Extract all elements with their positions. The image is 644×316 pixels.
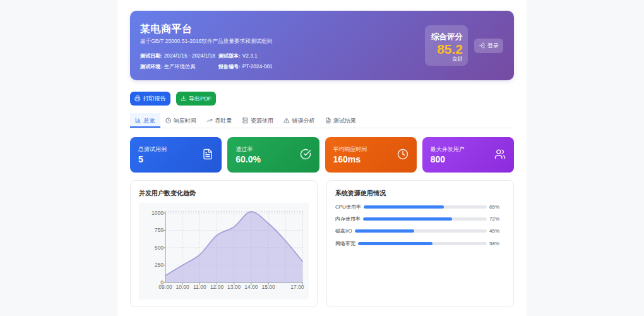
score-value: 85.2 (430, 42, 463, 56)
meta-test-version: 测试版本:V2.3.1 (218, 53, 273, 59)
download-icon (181, 95, 187, 102)
action-buttons: 打印报告 导出PDF (130, 92, 514, 106)
tab-resource-usage-label: 资源使用 (251, 117, 273, 125)
page-title: 某电商平台 (140, 23, 273, 35)
resource-row-network: 网络带宽 58% (335, 238, 505, 250)
stat-card-avg-response: 平均响应时间 160ms (325, 137, 417, 173)
meta-test-date: 测试日期:2024/1/15 - 2024/1/18 (140, 53, 218, 59)
svg-text:10:00: 10:00 (176, 284, 190, 290)
svg-text:17:00: 17:00 (290, 284, 304, 290)
meta-value: 2024/1/15 - 2024/1/18 (164, 52, 215, 59)
users-icon (494, 149, 506, 160)
meta-value: PT-2024-001 (242, 63, 273, 70)
print-report-button[interactable]: 打印报告 (130, 92, 170, 106)
bar-chart-icon (135, 118, 141, 124)
printer-icon (134, 95, 141, 102)
check-circle-icon (300, 149, 311, 160)
login-button-label: 登录 (487, 42, 499, 50)
meta-label: 测试版本: (218, 53, 241, 59)
report-tabs: 总览 响应时间 吞吐量 资源使用 错误分析 (130, 113, 514, 128)
progress-fill (355, 229, 414, 233)
resource-percent: 65% (489, 204, 505, 210)
clock-icon (397, 149, 408, 160)
meta-value: V2.3.1 (242, 52, 258, 59)
overall-score-box: 综合评分 85.2 良好 (425, 25, 468, 66)
resource-percent: 58% (489, 241, 505, 246)
progress-track (364, 205, 487, 209)
stat-card-pass-rate: 通过率 60.0% (227, 137, 319, 173)
server-icon (242, 118, 249, 124)
log-in-icon (479, 42, 485, 49)
meta-value: 生产环境仿真 (164, 63, 196, 70)
svg-text:13:00: 13:00 (227, 284, 241, 290)
svg-text:11:00: 11:00 (193, 284, 206, 290)
report-header-card: 某电商平台 基于GB/T 25000.51-2016软件产品质量要求和测试细则 … (130, 11, 514, 80)
resource-percent: 45% (489, 228, 505, 234)
export-pdf-button[interactable]: 导出PDF (176, 92, 217, 106)
login-button[interactable]: 登录 (474, 39, 503, 53)
tab-resource-usage[interactable]: 资源使用 (237, 113, 279, 128)
resource-label: 内存使用率 (335, 216, 361, 222)
meta-label: 测试环境: (140, 64, 162, 70)
progress-fill (358, 242, 432, 245)
tab-throughput-label: 吞吐量 (215, 117, 232, 125)
resource-row-cpu: CPU使用率 65% (335, 201, 505, 213)
progress-track (355, 229, 487, 233)
stat-card-total-cases: 总测试用例 5 (130, 137, 222, 173)
stat-card-max-concurrent: 最大并发用户 800 (422, 137, 514, 173)
resource-label: 磁盘I/O (335, 228, 352, 234)
clock-icon (165, 118, 172, 124)
resource-rows: CPU使用率 65% 内存使用率 72% 磁盘I/O 45% 网络带宽 (335, 201, 505, 250)
svg-text:500: 500 (155, 245, 164, 251)
resource-label: 网络带宽 (335, 240, 355, 247)
resource-row-memory: 内存使用率 72% (335, 213, 505, 225)
progress-fill (363, 217, 452, 221)
resource-percent: 72% (489, 216, 505, 222)
trending-up-icon (206, 118, 213, 124)
bottom-panels: 并发用户数变化趋势 0250500750100009:0010:0011:001… (130, 180, 514, 307)
tab-response-time[interactable]: 响应时间 (160, 113, 202, 128)
stat-cards: 总测试用例 5 通过率 60.0% 平均响应时间 160ms 最大并发用户 80… (130, 137, 514, 173)
svg-text:750: 750 (155, 227, 164, 233)
tab-error-analysis-label: 错误分析 (292, 117, 315, 125)
resources-panel-title: 系统资源使用情况 (335, 189, 505, 197)
progress-fill (364, 205, 444, 209)
header-info: 某电商平台 基于GB/T 25000.51-2016软件产品质量要求和测试细则 … (140, 20, 273, 71)
print-report-label: 打印报告 (143, 95, 166, 103)
tab-response-time-label: 响应时间 (174, 117, 196, 125)
tab-error-analysis[interactable]: 错误分析 (278, 113, 320, 128)
score-grade: 良好 (430, 56, 463, 63)
tab-overview[interactable]: 总览 (130, 113, 160, 128)
tab-overview-label: 总览 (144, 117, 155, 125)
file-text-icon (202, 149, 213, 160)
concurrent-users-panel: 并发用户数变化趋势 0250500750100009:0010:0011:001… (130, 180, 318, 307)
meta-test-env: 测试环境:生产环境仿真 (140, 64, 218, 70)
area-chart-svg: 0250500750100009:0010:0011:0012:0013:001… (139, 203, 309, 300)
meta-label: 报告编号: (218, 64, 241, 70)
svg-text:09:00: 09:00 (158, 284, 172, 290)
tab-test-results[interactable]: 测试结果 (320, 113, 362, 128)
concurrent-users-chart: 0250500750100009:0010:0011:0012:0013:001… (139, 203, 309, 300)
meta-label: 测试日期: (140, 53, 162, 59)
report-meta: 测试日期:2024/1/15 - 2024/1/18 测试版本:V2.3.1 测… (140, 53, 273, 70)
export-pdf-label: 导出PDF (189, 95, 212, 103)
tab-test-results-label: 测试结果 (333, 117, 356, 125)
svg-text:250: 250 (155, 262, 164, 268)
progress-track (358, 242, 487, 245)
system-resources-panel: 系统资源使用情况 CPU使用率 65% 内存使用率 72% 磁盘I/O 45% (326, 180, 514, 307)
alert-triangle-icon (283, 118, 290, 124)
file-icon (325, 118, 331, 124)
chart-panel-title: 并发用户数变化趋势 (139, 189, 309, 197)
tab-throughput[interactable]: 吞吐量 (201, 113, 237, 128)
score-label: 综合评分 (430, 32, 463, 42)
svg-text:14:00: 14:00 (244, 284, 258, 290)
header-right: 综合评分 85.2 良好 登录 (425, 20, 503, 71)
progress-track (363, 217, 487, 221)
svg-text:15:00: 15:00 (261, 284, 275, 290)
svg-text:12:00: 12:00 (210, 284, 224, 290)
page-subtitle: 基于GB/T 25000.51-2016软件产品质量要求和测试细则 (140, 38, 273, 46)
meta-report-no: 报告编号:PT-2024-001 (218, 64, 273, 70)
resource-label: CPU使用率 (335, 204, 361, 210)
svg-text:1000: 1000 (152, 210, 164, 216)
report-page: 某电商平台 基于GB/T 25000.51-2016软件产品质量要求和测试细则 … (117, 0, 527, 316)
